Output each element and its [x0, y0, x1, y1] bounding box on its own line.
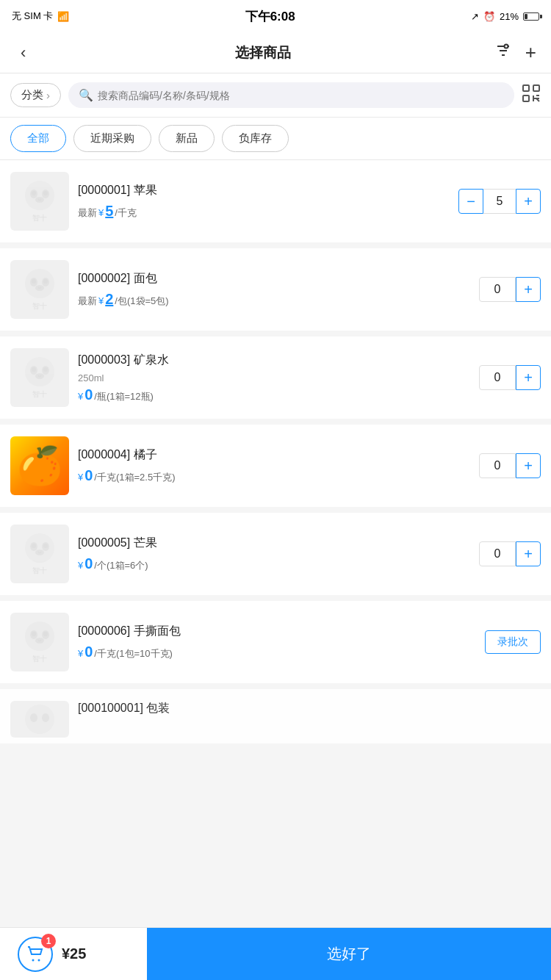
svg-point-20: [32, 279, 36, 284]
battery-icon: [523, 12, 539, 21]
category-label: 分类: [21, 88, 43, 102]
plus-button[interactable]: +: [516, 541, 541, 566]
svg-point-35: [25, 621, 54, 651]
plus-button[interactable]: +: [516, 277, 541, 302]
search-box[interactable]: 🔍: [68, 82, 514, 108]
table-row: 智十 [0000002] 面包 最新 ¥ 2 /包(1袋=5包) +: [0, 248, 551, 331]
scan-icon[interactable]: [522, 84, 541, 107]
tab-row: 全部 近期采购 新品 负库存: [0, 118, 551, 160]
product-image: 智十: [10, 260, 69, 319]
quantity-input[interactable]: [479, 277, 516, 302]
category-button[interactable]: 分类 ›: [10, 83, 61, 107]
bottom-bar: 1 ¥25 选好了: [0, 927, 551, 980]
search-input[interactable]: [98, 90, 504, 101]
qty-control: +: [479, 277, 541, 302]
svg-point-11: [25, 181, 54, 210]
product-info: [0000001] 苹果 最新 ¥ 5 /千克: [78, 183, 450, 220]
product-list: 智十 [0000001] 苹果 最新 ¥ 5 /千克 − +: [0, 160, 551, 808]
quantity-input[interactable]: [479, 541, 516, 566]
qty-control: +: [479, 541, 541, 566]
cart-area: 1 ¥25: [0, 937, 147, 972]
product-info: [0000006] 手撕面包 ¥ 0 /千克(1包=10千克): [78, 624, 476, 660]
batch-button[interactable]: 录批次: [485, 630, 541, 654]
quantity-input[interactable]: [479, 365, 516, 390]
confirm-button[interactable]: 选好了: [147, 928, 551, 980]
carrier-label: 无 SIM 卡: [12, 10, 53, 23]
status-time: 下午6:08: [245, 8, 295, 25]
table-row: 智十 [0000003] 矿泉水 250ml ¥ 0 /瓶(1箱=12瓶) +: [0, 336, 551, 419]
product-image: 智十: [10, 613, 69, 671]
product-price: 最新 ¥ 2 /包(1袋=5包): [78, 291, 470, 308]
status-right: ↗ ⏰ 21%: [471, 11, 539, 22]
svg-point-39: [43, 632, 48, 636]
svg-point-26: [32, 367, 36, 372]
product-price: ¥ 0 /千克(1包=10千克): [78, 644, 476, 660]
product-price: 最新 ¥ 5 /千克: [78, 203, 450, 220]
minus-button[interactable]: −: [458, 189, 483, 214]
product-spec: 250ml: [78, 372, 470, 383]
svg-point-29: [25, 533, 54, 563]
svg-rect-6: [523, 96, 529, 101]
product-image: 智十: [10, 348, 69, 407]
table-row: [000100001] 包装: [0, 689, 551, 743]
plus-button[interactable]: +: [516, 453, 541, 478]
tab-negative[interactable]: 负库存: [222, 125, 289, 152]
svg-point-17: [25, 269, 54, 298]
product-image: 智十: [10, 172, 69, 231]
status-bar: 无 SIM 卡 📶 下午6:08 ↗ ⏰ 21%: [0, 0, 551, 32]
svg-point-21: [43, 279, 48, 284]
chevron-right-icon: ›: [46, 89, 50, 101]
add-button[interactable]: +: [525, 41, 536, 64]
status-left: 无 SIM 卡 📶: [12, 10, 69, 23]
product-name: [0000003] 矿泉水: [78, 353, 470, 368]
qty-control: − +: [458, 189, 541, 214]
svg-point-42: [30, 713, 37, 722]
qty-control: +: [479, 453, 541, 478]
svg-point-45: [38, 959, 40, 961]
svg-rect-4: [523, 85, 529, 91]
quantity-input[interactable]: [483, 189, 516, 214]
tab-new[interactable]: 新品: [159, 125, 215, 152]
product-name: [000100001] 包装: [78, 701, 541, 716]
tab-all[interactable]: 全部: [10, 125, 66, 152]
product-info: [0000004] 橘子 ¥ 0 /千克(1箱=2.5千克): [78, 447, 470, 484]
product-info: [0000003] 矿泉水 250ml ¥ 0 /瓶(1箱=12瓶): [78, 353, 470, 403]
product-image: [10, 436, 69, 495]
product-price: ¥ 0 /瓶(1箱=12瓶): [78, 386, 470, 403]
batch-control: 录批次: [485, 630, 541, 654]
svg-point-32: [32, 544, 36, 548]
cart-icon-button[interactable]: 1: [18, 937, 53, 972]
cart-badge: 1: [41, 934, 56, 948]
battery-label: 21%: [500, 11, 519, 22]
filter-row: 分类 › 🔍: [0, 73, 551, 118]
product-price: ¥ 0 /千克(1箱=2.5千克): [78, 467, 470, 484]
nav-bar: ‹ 选择商品 +: [0, 32, 551, 73]
nav-actions: +: [494, 41, 536, 64]
plus-button[interactable]: +: [516, 365, 541, 390]
svg-point-44: [32, 959, 35, 961]
svg-point-3: [504, 44, 508, 48]
product-name: [0000004] 橘子: [78, 447, 470, 463]
table-row: 智十 [0000006] 手撕面包 ¥ 0 /千克(1包=10千克) 录批次: [0, 601, 551, 683]
table-row: 智十 [0000005] 芒果 ¥ 0 /个(1箱=6个) +: [0, 513, 551, 595]
product-info: [0000005] 芒果 ¥ 0 /个(1箱=6个): [78, 536, 470, 572]
product-name: [0000001] 苹果: [78, 183, 450, 198]
svg-point-23: [25, 357, 54, 386]
quantity-input[interactable]: [479, 453, 516, 478]
product-image: 智十: [10, 525, 69, 583]
svg-point-41: [25, 705, 54, 734]
table-row: [0000004] 橘子 ¥ 0 /千克(1箱=2.5千克) +: [0, 425, 551, 507]
svg-point-15: [43, 191, 48, 195]
search-icon: 🔍: [79, 88, 93, 102]
product-name: [0000002] 面包: [78, 271, 470, 287]
filter-icon[interactable]: [494, 42, 512, 64]
tab-recent[interactable]: 近期采购: [73, 125, 151, 152]
product-name: [0000005] 芒果: [78, 536, 470, 551]
product-info: [000100001] 包装: [78, 701, 541, 721]
product-info: [0000002] 面包 最新 ¥ 2 /包(1袋=5包): [78, 271, 470, 308]
svg-point-43: [42, 713, 49, 722]
svg-point-33: [43, 544, 48, 548]
plus-button[interactable]: +: [516, 189, 541, 214]
back-button[interactable]: ‹: [15, 37, 32, 68]
svg-rect-5: [533, 85, 539, 91]
